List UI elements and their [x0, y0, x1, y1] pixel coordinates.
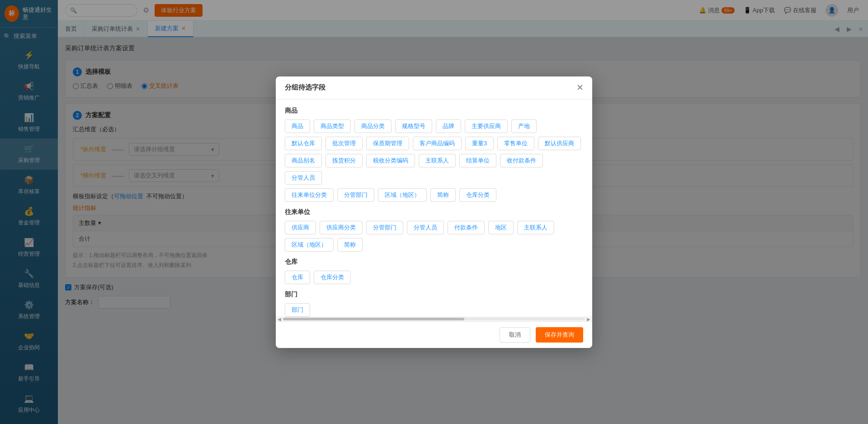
section-title-goods: 商品 [285, 107, 583, 115]
field-tag[interactable]: 商品别名 [285, 154, 322, 167]
field-select-modal: 分组待选字段 ✕ 商品 商品 商品类型 商品分类 规格型号 品牌 主要供应商 产… [276, 76, 592, 348]
field-tag[interactable]: 分管部门 [366, 221, 403, 234]
field-tag[interactable]: 仓库分类 [314, 271, 351, 284]
modal-close-btn[interactable]: ✕ [576, 83, 583, 93]
field-tag[interactable]: 零售单位 [497, 137, 534, 150]
field-tag[interactable]: 主联系人 [517, 221, 554, 234]
field-tag[interactable]: 商品分类 [354, 119, 392, 133]
field-tag[interactable]: 地区 [488, 221, 514, 234]
section-title-dept: 部门 [285, 291, 583, 299]
modal-body: 商品 商品 商品类型 商品分类 规格型号 品牌 主要供应商 产地 默认仓库 批次… [276, 100, 592, 317]
field-tag[interactable]: 批次管理 [326, 137, 363, 150]
field-tag[interactable]: 分管部门 [337, 188, 374, 202]
field-tag[interactable]: 产地 [511, 119, 537, 133]
field-grid-dept: 部门 [285, 303, 583, 317]
section-title-partner: 往来单位 [285, 208, 583, 216]
field-grid-goods4: 往来单位分类 分管部门 区域（地区） 简称 仓库分类 [285, 188, 583, 202]
field-tag[interactable]: 收付款条件 [500, 154, 543, 167]
field-tag[interactable]: 分管人员 [285, 171, 322, 185]
field-tag[interactable]: 分管人员 [407, 221, 444, 234]
field-tag[interactable]: 部门 [285, 303, 310, 317]
scroll-thumb [283, 318, 464, 320]
field-tag[interactable]: 供应商分类 [320, 221, 363, 234]
field-grid-partner: 供应商 供应商分类 分管部门 分管人员 付款条件 地区 主联系人 [285, 221, 583, 234]
field-tag[interactable]: 保质期管理 [366, 137, 409, 150]
field-tag[interactable]: 默认供应商 [538, 137, 581, 150]
field-tag[interactable]: 往来单位分类 [285, 188, 334, 202]
field-tag[interactable]: 区域（地区） [285, 238, 334, 252]
field-tag[interactable]: 商品类型 [314, 119, 351, 133]
modal-confirm-btn[interactable]: 保存并查询 [536, 327, 583, 343]
field-tag[interactable]: 付款条件 [448, 221, 485, 234]
field-grid-partner2: 区域（地区） 简称 [285, 238, 583, 252]
modal-header: 分组待选字段 ✕ [276, 76, 592, 100]
field-grid-goods2: 默认仓库 批次管理 保质期管理 客户商品编码 重量3 零售单位 默认供应商 [285, 137, 583, 150]
field-tag[interactable]: 区域（地区） [378, 188, 427, 202]
field-tag[interactable]: 规格型号 [395, 119, 432, 133]
modal-bottom-scrollbar[interactable]: ◀ ▶ [276, 317, 592, 321]
field-tag[interactable]: 商品 [285, 119, 310, 133]
field-tag[interactable]: 品牌 [436, 119, 461, 133]
field-tag[interactable]: 供应商 [285, 221, 316, 234]
scroll-track [283, 318, 585, 320]
field-tag[interactable]: 重量3 [465, 137, 494, 150]
field-tag[interactable]: 仓库分类 [459, 188, 496, 202]
field-tag[interactable]: 主要供应商 [465, 119, 508, 133]
field-grid-goods3: 商品别名 拣货积分 税收分类编码 主联系人 结算单位 收付款条件 分管人员 [285, 154, 583, 185]
field-tag[interactable]: 默认仓库 [285, 137, 322, 150]
field-tag[interactable]: 简称 [337, 238, 363, 252]
modal-footer: 取消 保存并查询 [276, 321, 592, 348]
field-tag[interactable]: 主联系人 [419, 154, 456, 167]
field-tag[interactable]: 仓库 [285, 271, 310, 284]
field-tag[interactable]: 客户商品编码 [413, 137, 462, 150]
field-tag[interactable]: 拣货积分 [326, 154, 363, 167]
field-tag[interactable]: 结算单位 [459, 154, 496, 167]
field-tag[interactable]: 税收分类编码 [366, 154, 415, 167]
modal-cancel-btn[interactable]: 取消 [500, 327, 530, 343]
field-grid-warehouse: 仓库 仓库分类 [285, 271, 583, 284]
modal-title: 分组待选字段 [285, 83, 326, 92]
section-title-warehouse: 仓库 [285, 258, 583, 266]
field-tag[interactable]: 简称 [430, 188, 456, 202]
field-grid-goods: 商品 商品类型 商品分类 规格型号 品牌 主要供应商 产地 [285, 119, 583, 133]
